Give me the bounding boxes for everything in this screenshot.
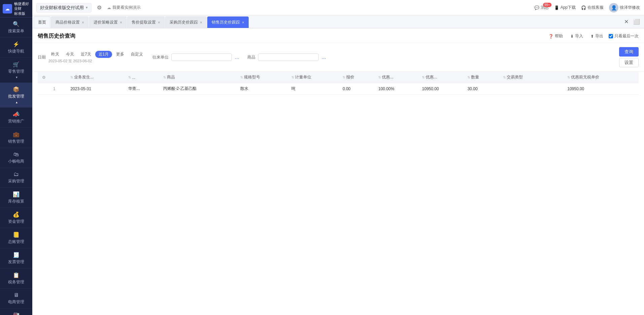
- th-discount2[interactable]: ⇅ 优惠...: [419, 72, 464, 83]
- th-rownum: [50, 72, 67, 83]
- sidebar-item-marketing[interactable]: 📣 营销推广: [0, 108, 32, 128]
- source-unit-dots-button[interactable]: …: [233, 54, 241, 61]
- ledger-icon: 📒: [13, 232, 20, 238]
- app-download-button[interactable]: 📱 App下载: [554, 5, 576, 10]
- import-icon: ⬇: [570, 34, 574, 39]
- sidebar-item-sales[interactable]: 💼 销售管理: [0, 128, 32, 148]
- th-product[interactable]: ⇅ 商品: [160, 72, 237, 83]
- app-download-icon: 📱: [554, 5, 559, 10]
- th-spec[interactable]: ⇅ 规格型号: [237, 72, 288, 83]
- import-button[interactable]: ⬇ 导入: [568, 32, 585, 40]
- only-last-checkbox[interactable]: [609, 34, 613, 38]
- demo-link[interactable]: ☁ 我要看实例演示: [107, 5, 141, 10]
- sidebar-item-ecommerce-small[interactable]: 🛍 小畅电商: [0, 148, 32, 168]
- headset-icon: 🎧: [581, 5, 586, 10]
- date-last1month[interactable]: 近1月: [95, 51, 112, 58]
- sidebar-item-capital[interactable]: 💰 资金管理: [0, 208, 32, 228]
- date-today[interactable]: 今天: [63, 51, 77, 58]
- table-container: ⚙ ⇅ 业务发生... ⇅ ...: [32, 72, 644, 95]
- only-last-checkbox-area: 只看最后一次: [609, 33, 639, 39]
- th-spec-label: 规格型号: [244, 74, 260, 80]
- settings-filter-button[interactable]: 设置: [619, 58, 639, 67]
- main-area: 好业财标准版交付试用 ▾ ⚙ ☁ 我要看实例演示 💬 消息 99+ 📱 App下…: [32, 0, 644, 315]
- sidebar-item-purchase[interactable]: 🗂 采购管理: [0, 168, 32, 188]
- close-panel-icon[interactable]: ✕: [623, 18, 630, 26]
- product-dots-button[interactable]: …: [320, 54, 327, 61]
- product-input[interactable]: [258, 54, 319, 61]
- tab-price-extract[interactable]: 售价提取设置 ×: [127, 16, 165, 28]
- date-last7[interactable]: 近7天: [78, 51, 94, 58]
- tab-close-icon[interactable]: ×: [242, 20, 244, 25]
- tab-close-icon[interactable]: ×: [158, 20, 160, 25]
- th-unit[interactable]: ⇅ 计量单位: [288, 72, 339, 83]
- tax-icon: 📋: [13, 272, 20, 278]
- tab-home[interactable]: 首页: [34, 16, 50, 28]
- gear-settings-icon[interactable]: ⚙: [42, 75, 46, 80]
- th-discount1[interactable]: ⇅ 优惠...: [375, 72, 419, 83]
- th-biz-date[interactable]: ⇅ 业务发生...: [67, 72, 125, 83]
- th-discount1-label: 优惠...: [382, 74, 393, 80]
- row-quoted-price: 0.00: [339, 83, 375, 95]
- sidebar-item-quick-nav[interactable]: ⚡ 快捷导航: [0, 38, 32, 58]
- question-icon: ❓: [548, 34, 553, 39]
- only-last-label: 只看最后一次: [614, 33, 639, 39]
- th-quoted-price[interactable]: ⇅ 报价: [339, 72, 375, 83]
- row-trade-type: [500, 83, 551, 95]
- tab-close-icon[interactable]: ×: [82, 20, 84, 25]
- query-button[interactable]: 查询: [619, 47, 639, 57]
- gear-button[interactable]: ⚙: [94, 3, 104, 13]
- app-selector[interactable]: 好业财标准版交付试用 ▾: [36, 3, 92, 12]
- topbar: 好业财标准版交付试用 ▾ ⚙ ☁ 我要看实例演示 💬 消息 99+ 📱 App下…: [32, 0, 644, 15]
- tab-close-icon[interactable]: ×: [200, 20, 202, 25]
- sidebar-item-label: 税务管理: [8, 279, 24, 285]
- sidebar-item-inventory[interactable]: 📊 库存核算: [0, 188, 32, 208]
- th-unit-label: 计量单位: [295, 74, 311, 80]
- tabs-bar: 首页 商品价格设置 × 进价策略设置 × 售价提取设置 × 采购历史价跟踪 × …: [32, 15, 644, 28]
- row-biz-date: 2023-05-31: [67, 83, 125, 95]
- sidebar-item-fixed-assets[interactable]: 🏭 固定资产: [0, 309, 32, 315]
- sidebar-item-label: 采购管理: [8, 178, 24, 184]
- sort-icon: ⇅: [291, 75, 294, 79]
- demo-link-label: 我要看实例演示: [112, 5, 141, 10]
- sidebar-item-ecommerce[interactable]: 🖥 电商管理: [0, 289, 32, 309]
- th-pretax-price[interactable]: ⇅ 优惠前无税单价: [564, 72, 639, 83]
- table-row[interactable]: 1 2023-05-31 华查... 丙烯酸-2-乙基己酯 散水 吨 0.00 …: [38, 83, 639, 95]
- source-unit-input[interactable]: [171, 54, 232, 61]
- expand-panel-icon[interactable]: ⬜: [632, 18, 641, 26]
- export-button[interactable]: ⬆ 导出: [588, 32, 605, 40]
- tab-sales-history[interactable]: 销售历史价跟踪 ×: [207, 16, 249, 28]
- page-actions: ❓ 帮助 ⬇ 导入 ⬆ 导出 只看最后一次: [546, 32, 639, 40]
- date-custom[interactable]: 自定义: [128, 51, 146, 58]
- sidebar-item-retail[interactable]: 🛒 零售管理 ▾: [0, 58, 32, 83]
- tab-close-icon[interactable]: ×: [120, 20, 122, 25]
- th-quantity[interactable]: ⇅ 数量: [464, 72, 500, 83]
- th-more-col[interactable]: ⇅ ...: [125, 72, 160, 83]
- ecommerce-icon: 🖥: [13, 292, 19, 298]
- date-yesterday[interactable]: 昨天: [48, 51, 62, 58]
- sidebar-item-wholesale[interactable]: 📦 批发管理 ▴: [0, 83, 32, 108]
- sidebar-item-tax[interactable]: 📋 税务管理: [0, 269, 32, 289]
- tab-purchase-strategy[interactable]: 进价策略设置 ×: [89, 16, 127, 28]
- online-service-label: 在线客服: [587, 5, 604, 10]
- online-service-button[interactable]: 🎧 在线客服: [581, 5, 604, 10]
- row-unit: 吨: [288, 83, 339, 95]
- tab-product-price[interactable]: 商品价格设置 ×: [51, 16, 88, 28]
- tab-purchase-history[interactable]: 采购历史价跟踪 ×: [165, 16, 207, 28]
- app-download-label: App下载: [561, 5, 576, 10]
- user-profile[interactable]: 👤 徐泽华修改: [609, 3, 640, 12]
- sidebar-item-general-ledger[interactable]: 📒 总账管理: [0, 228, 32, 248]
- sidebar-item-label: 电商管理: [8, 299, 24, 305]
- row-gear: [38, 83, 50, 95]
- th-biz-date-label: 业务发生...: [74, 74, 94, 80]
- row-spacer: [551, 83, 564, 95]
- sidebar-item-search[interactable]: 🔍 搜索菜单: [0, 18, 32, 38]
- sidebar-item-invoice[interactable]: 🧾 发票管理: [0, 248, 32, 269]
- date-more[interactable]: 更多: [113, 51, 127, 58]
- tab-product-price-label: 商品价格设置: [56, 20, 80, 25]
- invoice-icon: 🧾: [13, 252, 20, 258]
- th-trade-type[interactable]: ⇅ 交易类型: [500, 72, 551, 83]
- help-button[interactable]: ❓ 帮助: [546, 32, 565, 40]
- message-button[interactable]: 💬 消息 99+: [534, 5, 549, 10]
- sort-icon: ⇅: [467, 75, 470, 79]
- row-number: 1: [50, 83, 67, 95]
